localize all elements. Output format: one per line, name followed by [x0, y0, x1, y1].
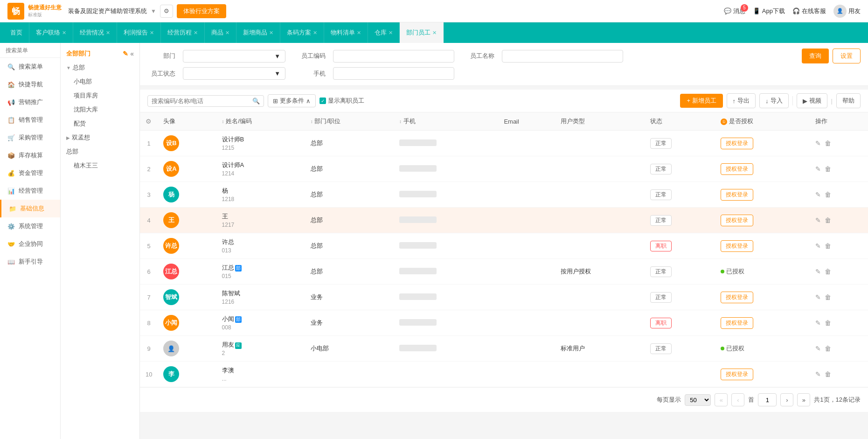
dept-node-shuangmeng[interactable]: ▶双孟想 [61, 131, 139, 145]
query-button[interactable]: 查询 [802, 49, 829, 63]
dept-node-zhuwangsan[interactable]: 植木王三 [61, 159, 139, 173]
sidebar-item-operations[interactable]: 📊经营管理 [0, 182, 60, 200]
nav-tab-newgoods[interactable]: 新增商品✕ [236, 22, 280, 43]
edit-icon[interactable]: ✎ [815, 191, 821, 198]
edit-icon[interactable]: ✎ [815, 293, 821, 301]
first-page-button[interactable]: « [715, 393, 728, 406]
page-size-select[interactable]: 50 100 [685, 394, 711, 406]
tab-close-icon[interactable]: ✕ [62, 30, 66, 36]
auth-button[interactable]: 授权登录 [721, 163, 753, 175]
sidebar-item-finance[interactable]: 💰资金管理 [0, 164, 60, 182]
edit-icon[interactable]: ✎ [815, 139, 821, 147]
nav-tab-profit[interactable]: 利润报告✕ [117, 22, 161, 43]
video-button[interactable]: ▶ 视频 [797, 93, 827, 108]
nav-tab-warehouse[interactable]: 仓库✕ [368, 22, 400, 43]
help-button[interactable]: 帮助 [836, 93, 861, 108]
nav-tab-barcode[interactable]: 条码方案✕ [280, 22, 324, 43]
edit-icon[interactable]: ✎ [815, 242, 821, 250]
sidebar-search-input[interactable] [6, 47, 61, 54]
nav-tab-goods[interactable]: 商品✕ [205, 22, 236, 43]
resigned-checkbox[interactable] [319, 98, 326, 104]
import-button[interactable]: ↓ 导入 [759, 93, 789, 108]
tab-close-icon[interactable]: ✕ [389, 30, 393, 36]
app-download-button[interactable]: 📱 App下载 [753, 7, 785, 15]
sidebar-item-guide[interactable]: 📖新手引导 [0, 253, 60, 271]
set-button[interactable]: 设置 [833, 49, 861, 63]
gear-button[interactable]: ⚙ [160, 5, 173, 18]
nav-tab-customer[interactable]: 客户联络✕ [29, 22, 73, 43]
prev-page-button[interactable]: ‹ [731, 393, 744, 406]
auth-button[interactable]: 授权登录 [721, 189, 753, 201]
add-employee-button[interactable]: + 新增员工 [680, 94, 722, 108]
dept-node-peihuodept[interactable]: 配货 [61, 117, 139, 131]
tab-close-icon[interactable]: ✕ [150, 30, 154, 36]
sidebar-item-inventory[interactable]: 📦库存核算 [0, 146, 60, 164]
sidebar-item-collab[interactable]: 🤝企业协同 [0, 235, 60, 253]
emp-code-input[interactable] [333, 50, 454, 63]
delete-icon[interactable]: 🗑 [825, 216, 831, 224]
auth-button[interactable]: 授权登录 [721, 215, 753, 226]
tab-close-icon[interactable]: ✕ [432, 30, 437, 36]
last-page-button[interactable]: » [797, 393, 810, 406]
delete-icon[interactable]: 🗑 [825, 293, 831, 301]
sidebar-item-marketing[interactable]: 📢营销推广 [0, 93, 60, 111]
export-button[interactable]: ↑ 导出 [727, 93, 756, 108]
auth-button[interactable]: 授权登录 [721, 292, 753, 303]
tab-close-icon[interactable]: ✕ [106, 30, 110, 36]
delete-icon[interactable]: 🗑 [825, 345, 831, 352]
sidebar-item-basic[interactable]: 📁基础信息 [0, 200, 60, 217]
dept-collapse-icon[interactable]: « [130, 50, 134, 57]
emp-name-input[interactable] [502, 50, 623, 63]
more-condition-button[interactable]: ⊞ 更多条件 ∧ [268, 94, 316, 107]
edit-icon[interactable]: ✎ [815, 345, 821, 352]
edit-icon[interactable]: ✎ [815, 216, 821, 224]
auth-button[interactable]: 授权登录 [721, 240, 753, 252]
sidebar-item-system[interactable]: ⚙️系统管理 [0, 217, 60, 235]
nav-tab-materials[interactable]: 物料清单✕ [324, 22, 368, 43]
trial-button[interactable]: 体验行业方案 [177, 4, 226, 18]
nav-tab-staff[interactable]: 部门员工✕ [400, 22, 444, 43]
user-menu[interactable]: 👤 用友 [833, 5, 861, 18]
dept-node-zongbu[interactable]: ▼总部 [61, 61, 139, 75]
auth-button[interactable]: 授权登录 [721, 317, 753, 329]
dept-node-zongbu2[interactable]: 总部 [61, 145, 139, 159]
delete-icon[interactable]: 🗑 [825, 165, 831, 173]
delete-icon[interactable]: 🗑 [825, 268, 831, 275]
phone-input[interactable] [333, 67, 454, 80]
tab-close-icon[interactable]: ✕ [194, 30, 198, 36]
page-input[interactable] [758, 393, 777, 406]
dept-node-project[interactable]: 项目库房 [61, 89, 139, 103]
auth-button[interactable]: 授权登录 [721, 138, 753, 149]
tab-close-icon[interactable]: ✕ [225, 30, 229, 36]
edit-icon[interactable]: ✎ [815, 165, 821, 173]
delete-icon[interactable]: 🗑 [825, 139, 831, 147]
dept-node-xiaodiandept[interactable]: 小电部 [61, 75, 139, 89]
nav-tab-business[interactable]: 经营情况✕ [73, 22, 117, 43]
sidebar-item-search-menu[interactable]: 🔍搜索菜单 [0, 58, 60, 76]
tab-close-icon[interactable]: ✕ [269, 30, 273, 36]
message-button[interactable]: 💬 消息 5 [724, 7, 745, 15]
edit-icon[interactable]: ✎ [815, 370, 821, 378]
delete-icon[interactable]: 🗑 [825, 370, 831, 378]
dept-node-shenyang[interactable]: 沈阳大库 [61, 103, 139, 117]
emp-status-select[interactable]: ▼ [183, 67, 285, 80]
delete-icon[interactable]: 🗑 [825, 319, 831, 327]
delete-icon[interactable]: 🗑 [825, 242, 831, 250]
search-input[interactable] [152, 98, 252, 105]
sidebar-item-quick-nav[interactable]: 🏠快捷导航 [0, 76, 60, 93]
next-page-button[interactable]: › [780, 393, 793, 406]
dept-edit-icon[interactable]: ✎ [123, 50, 128, 57]
tab-close-icon[interactable]: ✕ [357, 30, 361, 36]
edit-icon[interactable]: ✎ [815, 319, 821, 327]
edit-icon[interactable]: ✎ [815, 268, 821, 275]
auth-button[interactable]: 授权登录 [721, 369, 753, 380]
sidebar-item-purchase[interactable]: 🛒采购管理 [0, 129, 60, 146]
sidebar-item-sales[interactable]: 📋销售管理 [0, 111, 60, 129]
nav-tab-home[interactable]: 首页 [4, 22, 29, 43]
nav-tab-process[interactable]: 经营历程✕ [161, 22, 205, 43]
tab-close-icon[interactable]: ✕ [313, 30, 317, 36]
delete-icon[interactable]: 🗑 [825, 191, 831, 198]
dept-filter-select[interactable]: ▼ [183, 50, 285, 63]
online-service-button[interactable]: 🎧 在线客服 [792, 7, 826, 15]
show-resigned-toggle[interactable]: 显示离职员工 [319, 97, 364, 105]
